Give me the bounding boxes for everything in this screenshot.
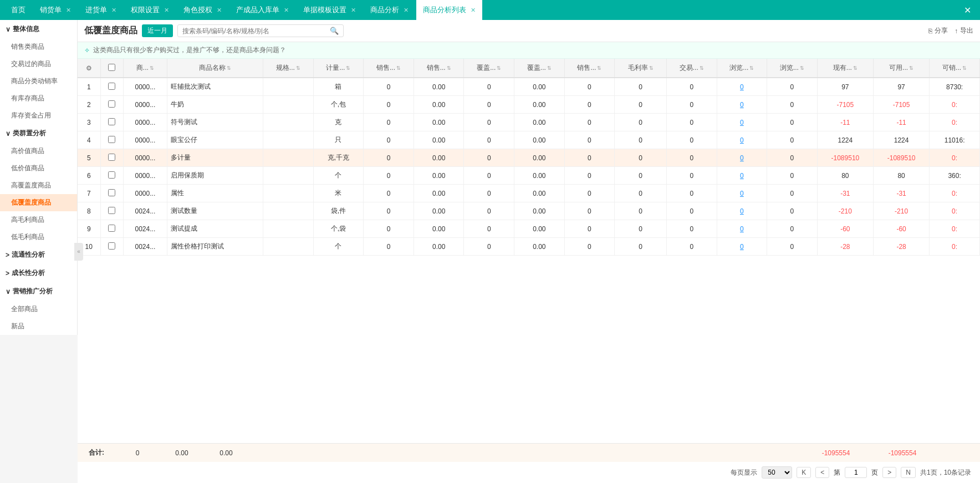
sidebar-section-流通性分析[interactable]: >流通性分析 bbox=[0, 246, 77, 264]
sidebar-item-低覆盖度商品[interactable]: 低覆盖度商品 bbox=[0, 194, 77, 211]
prev-page-button[interactable]: < bbox=[815, 467, 829, 478]
nav-item-首页[interactable]: 首页 bbox=[4, 0, 32, 20]
nav-item-角色授权[interactable]: 角色授权✕ bbox=[177, 0, 228, 20]
sidebar-item-高覆盖度商品[interactable]: 高覆盖度商品 bbox=[0, 177, 77, 194]
col-header-coverage2[interactable]: 覆盖...⇅ bbox=[514, 59, 565, 78]
sidebar-item-交易过的商品[interactable]: 交易过的商品 bbox=[0, 55, 77, 73]
table-cell[interactable] bbox=[100, 167, 123, 185]
col-header-sales_qty[interactable]: 销售...⇅ bbox=[364, 59, 414, 78]
browse-link[interactable]: 0 bbox=[740, 101, 744, 109]
nav-item-商品分析[interactable]: 商品分析✕ bbox=[364, 0, 415, 20]
last-page-button[interactable]: N bbox=[901, 467, 916, 478]
table-cell[interactable] bbox=[100, 202, 123, 220]
share-button[interactable]: ⎘ 分享 bbox=[928, 26, 948, 35]
first-page-button[interactable]: K bbox=[797, 467, 811, 478]
sidebar-item-商品分类动销率[interactable]: 商品分类动销率 bbox=[0, 73, 77, 90]
page-size-select[interactable]: 2050100200 bbox=[762, 466, 792, 479]
col-header-name[interactable]: 商品名称⇅ bbox=[167, 59, 263, 78]
close-tab-icon[interactable]: ✕ bbox=[111, 7, 116, 14]
sidebar-item-新品[interactable]: 新品 bbox=[0, 318, 77, 335]
sort-icon-unit: ⇅ bbox=[346, 65, 350, 71]
sidebar-section-成长性分析[interactable]: >成长性分析 bbox=[0, 264, 77, 282]
table-cell[interactable] bbox=[100, 220, 123, 238]
close-tab-icon[interactable]: ✕ bbox=[404, 7, 409, 14]
search-box: 🔍 bbox=[177, 24, 344, 37]
col-header-unit[interactable]: 计量...⇅ bbox=[313, 59, 364, 78]
col-header-current_stock[interactable]: 现有...⇅ bbox=[817, 59, 873, 78]
close-tab-icon[interactable]: ✕ bbox=[284, 7, 289, 14]
col-header-gross_rate[interactable]: 毛利率⇅ bbox=[615, 59, 667, 78]
nav-item-进货单[interactable]: 进货单✕ bbox=[79, 0, 123, 20]
table-cell: 1224 bbox=[874, 131, 930, 149]
browse-link[interactable]: 0 bbox=[740, 172, 744, 180]
sidebar-item-有库存商品[interactable]: 有库存商品 bbox=[0, 90, 77, 107]
table-cell[interactable] bbox=[100, 78, 123, 96]
table-cell: 0.00 bbox=[514, 220, 565, 238]
close-tab-icon[interactable]: ✕ bbox=[351, 7, 356, 14]
window-close-button[interactable]: ✕ bbox=[959, 5, 976, 16]
col-header-trade[interactable]: 交易...⇅ bbox=[666, 59, 717, 78]
col-header-coverage1[interactable]: 覆盖...⇅ bbox=[464, 59, 514, 78]
settings-icon[interactable]: ⚙ bbox=[86, 64, 92, 72]
col-header-saleable[interactable]: 可销...⇅ bbox=[930, 59, 980, 78]
table-cell: 0 bbox=[615, 167, 667, 185]
nav-item-销货单[interactable]: 销货单✕ bbox=[33, 0, 78, 20]
time-filter-button[interactable]: 近一月 bbox=[142, 24, 173, 37]
browse-link[interactable]: 0 bbox=[740, 190, 744, 197]
col-header-sales3[interactable]: 销售...⇅ bbox=[564, 59, 615, 78]
table-cell[interactable] bbox=[100, 238, 123, 256]
sidebar-item-高毛利商品[interactable]: 高毛利商品 bbox=[0, 211, 77, 228]
close-tab-icon[interactable]: ✕ bbox=[217, 7, 222, 14]
section-label: 流通性分析 bbox=[12, 250, 45, 260]
sidebar-section-营销推广分析[interactable]: ∨营销推广分析 bbox=[0, 282, 77, 301]
search-input[interactable] bbox=[182, 27, 328, 35]
table-cell[interactable] bbox=[100, 96, 123, 114]
sidebar-collapse-button[interactable]: « bbox=[74, 243, 83, 261]
next-page-button[interactable]: > bbox=[882, 467, 896, 478]
page-number-input[interactable] bbox=[845, 467, 867, 478]
col-header-spec[interactable]: 规格...⇅ bbox=[263, 59, 314, 78]
browse-link[interactable]: 0 bbox=[740, 207, 744, 215]
table-cell: 80 bbox=[817, 167, 873, 185]
sidebar-item-高价值商品[interactable]: 高价值商品 bbox=[0, 143, 77, 160]
sidebar-section-类群置分析[interactable]: ∨类群置分析 bbox=[0, 124, 77, 143]
sidebar-item-库存资金占用[interactable]: 库存资金占用 bbox=[0, 107, 77, 124]
col-header-browse2[interactable]: 浏览...⇅ bbox=[767, 59, 818, 78]
browse-link[interactable]: 0 bbox=[740, 136, 744, 144]
browse-link[interactable]: 0 bbox=[740, 119, 744, 126]
browse-link[interactable]: 0 bbox=[740, 83, 744, 91]
nav-item-商品分析列表[interactable]: 商品分析列表✕ bbox=[416, 0, 482, 20]
close-tab-icon[interactable]: ✕ bbox=[164, 7, 169, 14]
browse-link[interactable]: 0 bbox=[740, 154, 744, 162]
nav-item-产成品入库单[interactable]: 产成品入库单✕ bbox=[229, 0, 295, 20]
table-cell: 0 bbox=[564, 149, 615, 167]
table-cell: -28 bbox=[874, 238, 930, 256]
col-header-sales_amt[interactable]: 销售...⇅ bbox=[414, 59, 464, 78]
totals-row: 合计: 0 0.00 0.00 -1095554 -1095554 bbox=[78, 443, 980, 462]
close-tab-icon[interactable]: ✕ bbox=[471, 7, 476, 14]
col-header-checkbox[interactable] bbox=[100, 59, 123, 78]
table-cell[interactable] bbox=[100, 131, 123, 149]
table-cell[interactable] bbox=[100, 149, 123, 167]
table-cell[interactable] bbox=[100, 114, 123, 131]
sidebar-item-销售类商品[interactable]: 销售类商品 bbox=[0, 38, 77, 55]
sidebar-item-低价值商品[interactable]: 低价值商品 bbox=[0, 160, 77, 177]
col-header-available_stock[interactable]: 可用...⇅ bbox=[874, 59, 930, 78]
col-header-code[interactable]: 商...⇅ bbox=[123, 59, 167, 78]
browse-link[interactable]: 0 bbox=[740, 243, 744, 251]
nav-item-单据模板设置[interactable]: 单据模板设置✕ bbox=[297, 0, 363, 20]
sidebar-item-全部商品[interactable]: 全部商品 bbox=[0, 301, 77, 318]
table-cell: 0 bbox=[364, 114, 414, 131]
close-tab-icon[interactable]: ✕ bbox=[66, 7, 71, 14]
col-header-browse1[interactable]: 浏览...⇅ bbox=[717, 59, 767, 78]
select-all-checkbox[interactable] bbox=[108, 64, 115, 71]
export-button[interactable]: ↑ 导出 bbox=[955, 26, 973, 35]
sidebar-item-低毛利商品[interactable]: 低毛利商品 bbox=[0, 228, 77, 246]
table-cell[interactable] bbox=[100, 185, 123, 202]
browse-link[interactable]: 0 bbox=[740, 225, 744, 233]
sort-icon-browse2: ⇅ bbox=[800, 65, 804, 71]
nav-item-权限设置[interactable]: 权限设置✕ bbox=[124, 0, 176, 20]
sidebar-section-整体信息[interactable]: ∨整体信息 bbox=[0, 20, 77, 38]
col-header-settings[interactable]: ⚙ bbox=[78, 59, 100, 78]
sort-icon-code: ⇅ bbox=[150, 65, 154, 71]
